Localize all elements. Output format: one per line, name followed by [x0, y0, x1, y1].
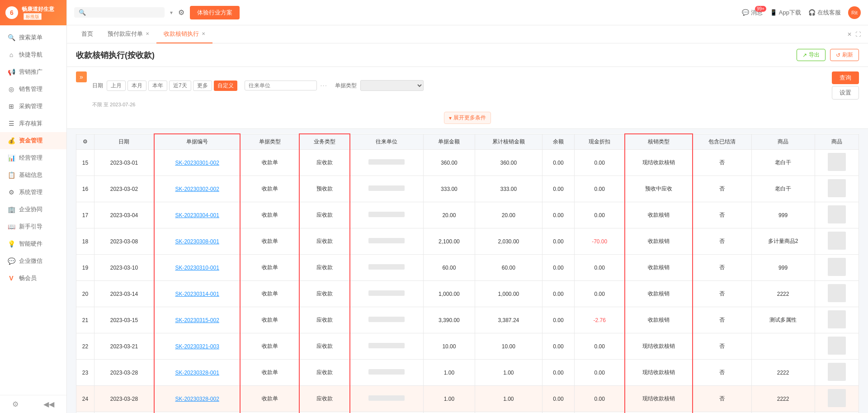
docno-link[interactable]: SK-20230302-002 — [175, 186, 219, 192]
table-row: 16 2023-03-02 SK-20230302-002 收款单 预收款 33… — [76, 176, 859, 202]
cell-writetype: 现结收款核销 — [625, 386, 693, 412]
cell-date: 2023-03-08 — [94, 228, 154, 255]
sidebar-item-corp[interactable]: 🏢 企业协同 — [0, 201, 66, 218]
sidebar-item-basic[interactable]: 📋 基础信息 — [0, 166, 66, 184]
cell-writetype: 收款核销 — [625, 255, 693, 281]
sidebar: 6 畅康道好生意 标推版 🔍 搜索菜单 ⌂ 快捷导航 📢 营销推广 ◎ 销售管理… — [0, 0, 67, 413]
tab-home[interactable]: 首页 — [74, 25, 100, 43]
cell-amount: 60.00 — [423, 255, 475, 281]
docno-link[interactable]: SK-20230328-001 — [175, 370, 219, 376]
tab-collection[interactable]: 收款核销执行 ✕ — [156, 25, 212, 43]
sidebar-item-member[interactable]: V 畅会员 — [0, 270, 66, 287]
cell-goods2 — [815, 202, 859, 228]
cell-discount: -70.00 — [575, 228, 625, 255]
service-area[interactable]: 🎧 在线客服 — [808, 9, 841, 17]
docno-link[interactable]: SK-20230301-002 — [175, 160, 219, 166]
page-header-actions: ↗ 导出 ↺ 刷新 — [797, 49, 859, 61]
tab-collection-close[interactable]: ✕ — [202, 31, 205, 36]
table-container: ⚙ 日期 单据编号 单据类型 业务类型 往来单位 单据金额 累计核销金额 余额 … — [67, 133, 868, 413]
sidebar-item-search[interactable]: 🔍 搜索菜单 — [0, 29, 66, 46]
user-avatar[interactable]: Rit — [848, 6, 861, 19]
table-row: 15 2023-03-01 SK-20230301-002 收款单 应收款 36… — [76, 150, 859, 176]
th-settings[interactable]: ⚙ — [76, 134, 94, 150]
docno-link[interactable]: SK-20230304-001 — [175, 212, 219, 218]
sidebar-item-hardware[interactable]: 💡 智能硬件 — [0, 235, 66, 252]
settings-bottom-icon[interactable]: ⚙ — [12, 400, 19, 408]
refresh-button[interactable]: ↺ 刷新 — [830, 49, 859, 61]
partner-input[interactable] — [245, 81, 317, 90]
docno-link[interactable]: SK-20230315-002 — [175, 317, 219, 323]
th-writetype: 核销类型 — [625, 134, 693, 150]
cell-doctype: 收款单 — [240, 360, 299, 386]
search-menu-icon: 🔍 — [7, 33, 15, 42]
cell-balance: 0.00 — [542, 255, 575, 281]
tab-close-all-icon[interactable]: ✕ — [847, 31, 852, 38]
sidebar-item-wechat[interactable]: 💬 企业微信 — [0, 252, 66, 270]
cell-goods1: 2222 — [751, 386, 815, 412]
app-download-area[interactable]: 📱 App下载 — [770, 9, 801, 17]
cell-date: 2023-03-21 — [94, 333, 154, 360]
sidebar-item-sales[interactable]: ◎ 销售管理 — [0, 81, 66, 98]
sidebar-item-operation[interactable]: 📊 经营管理 — [0, 149, 66, 166]
sidebar-item-marketing[interactable]: 📢 营销推广 — [0, 63, 66, 81]
tab-prepay[interactable]: 预付款应付单 ✕ — [100, 25, 156, 43]
wechat-icon: 💬 — [7, 257, 15, 265]
export-button[interactable]: ↗ 导出 — [797, 49, 826, 61]
th-included: 包含已结清 — [693, 134, 751, 150]
messages-area[interactable]: 💬 消息 99+ — [742, 9, 763, 17]
sidebar-item-purchase[interactable]: ⊞ 采购管理 — [0, 98, 66, 115]
doctype-select[interactable] — [360, 80, 424, 91]
sidebar-item-system[interactable]: ⚙ 系统管理 — [0, 184, 66, 201]
docno-link[interactable]: SK-20230328-002 — [175, 396, 219, 402]
cell-amount: 1,000.00 — [423, 281, 475, 307]
partner-filter-group: ··· — [245, 81, 328, 90]
cell-no: 22 — [76, 333, 94, 360]
cell-docno: SK-20230301-002 — [154, 150, 241, 176]
date-btn-more[interactable]: 更多 — [193, 81, 212, 91]
sidebar-item-inventory[interactable]: ☰ 库存核算 — [0, 115, 66, 132]
tab-prepay-close[interactable]: ✕ — [146, 31, 149, 36]
cell-goods2 — [815, 150, 859, 176]
date-btn-thisyear[interactable]: 本年 — [148, 81, 167, 91]
cell-discount: 0.00 — [575, 176, 625, 202]
cell-balance: 0.00 — [542, 307, 575, 333]
docno-link[interactable]: SK-20230314-001 — [175, 291, 219, 297]
query-button[interactable]: 查询 — [832, 71, 859, 84]
sidebar-item-finance[interactable]: 💰 资金管理 — [0, 132, 66, 149]
topbar-dropdown-icon[interactable]: ▾ — [170, 9, 173, 16]
topbar-gear-icon[interactable]: ⚙ — [178, 8, 184, 17]
cell-biztype: 应收款 — [299, 202, 350, 228]
cell-goods2 — [815, 255, 859, 281]
date-btn-custom[interactable]: 自定义 — [214, 81, 237, 91]
industry-solution-button[interactable]: 体验行业方案 — [190, 6, 240, 19]
sidebar-item-guide[interactable]: 📖 新手引导 — [0, 218, 66, 235]
logo-text: 畅康道好生意 标推版 — [22, 5, 54, 20]
date-btn-lastmonth[interactable]: 上月 — [107, 81, 126, 91]
expand-more-button[interactable]: ▾ 展开更多条件 — [444, 112, 491, 124]
cell-goods1: 多计量商品2 — [751, 228, 815, 255]
sidebar-item-quicknav[interactable]: ⌂ 快捷导航 — [0, 46, 66, 63]
cell-docno: SK-20230321-003 — [154, 333, 241, 360]
cell-biztype: 应收款 — [299, 307, 350, 333]
th-goods1: 商品 — [751, 134, 815, 150]
hardware-icon: 💡 — [7, 240, 15, 248]
gear-settings-icon[interactable]: ⚙ — [83, 138, 88, 145]
filter-collapse-button[interactable]: » — [76, 71, 87, 82]
cell-biztype: 应收款 — [299, 386, 350, 412]
docno-link[interactable]: SK-20230308-001 — [175, 238, 219, 245]
th-settled: 累计核销金额 — [475, 134, 542, 150]
tab-maximize-icon[interactable]: ⛶ — [855, 31, 861, 38]
date-btn-7days[interactable]: 近7天 — [169, 81, 191, 91]
cell-partner — [350, 150, 423, 176]
docno-link[interactable]: SK-20230310-001 — [175, 265, 219, 271]
partner-dots[interactable]: ··· — [321, 82, 328, 89]
collapse-icon[interactable]: ◀◀ — [43, 400, 54, 408]
cell-balance: 0.00 — [542, 150, 575, 176]
date-btn-thismonth[interactable]: 本月 — [127, 81, 146, 91]
settings-button[interactable]: 设置 — [832, 86, 859, 100]
cell-partner — [350, 255, 423, 281]
sidebar-bottom: ⚙ ◀◀ — [0, 395, 66, 413]
cell-amount: 10.00 — [423, 333, 475, 360]
cell-settled: 1.00 — [475, 360, 542, 386]
docno-link[interactable]: SK-20230321-003 — [175, 343, 219, 350]
